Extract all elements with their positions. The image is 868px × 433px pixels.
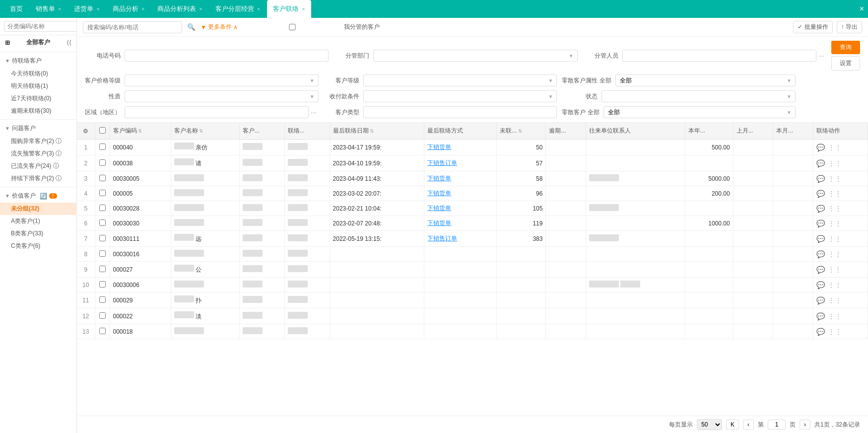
more-action-icon[interactable]: ⋮⋮ xyxy=(828,175,842,183)
next-page-button[interactable]: › xyxy=(800,420,810,430)
last-method-link[interactable]: 下销货单 xyxy=(427,144,451,150)
row-check[interactable] xyxy=(99,235,106,241)
th-last-method[interactable]: 最后联络方式 xyxy=(424,123,497,140)
tab-customer-tier[interactable]: 客户分层经营 × xyxy=(209,0,266,18)
cust-grade-select[interactable] xyxy=(363,74,557,86)
tab-customer-contact[interactable]: 客户联络 × xyxy=(267,0,311,18)
retail-attr-select[interactable]: 全部 xyxy=(615,74,796,86)
close-all-button[interactable]: × xyxy=(860,4,864,13)
row-checkbox[interactable] xyxy=(95,292,110,308)
sidebar-group-value[interactable]: ▼ 价值客户 🔄 ! xyxy=(0,189,76,203)
row-checkbox[interactable] xyxy=(95,201,110,216)
row-checkbox[interactable] xyxy=(95,155,110,171)
reset-button[interactable]: 设置 xyxy=(831,56,860,71)
th-code[interactable]: 客户编码 xyxy=(110,123,171,140)
row-check[interactable] xyxy=(99,219,106,226)
message-icon[interactable]: 💬 xyxy=(816,312,825,320)
sidebar-item-warning[interactable]: 流失预警客户(3) ⓘ xyxy=(0,147,76,160)
th-partner[interactable]: 往来单位联系人 xyxy=(586,123,685,140)
region-dots-button[interactable]: ··· xyxy=(309,108,319,116)
th-this-month[interactable]: 本月... xyxy=(773,123,813,140)
row-check[interactable] xyxy=(99,281,106,288)
status-select[interactable] xyxy=(601,90,796,102)
manager-dots-button[interactable]: ··· xyxy=(816,52,826,60)
tab-product-analysis-list[interactable]: 商品分析列表 × xyxy=(151,0,208,18)
tab-home[interactable]: 首页 xyxy=(4,0,29,18)
close-icon[interactable]: × xyxy=(141,6,144,12)
row-check[interactable] xyxy=(99,312,106,319)
export-button[interactable]: ↑ 导出 xyxy=(837,21,862,33)
last-method-link[interactable]: 下销货单 xyxy=(427,219,451,226)
sidebar-group-problem[interactable]: ▼ 问题客户 xyxy=(0,122,76,135)
more-conditions-button[interactable]: ▼ 更多条件 ∧ xyxy=(200,23,238,31)
search-input[interactable] xyxy=(83,21,182,33)
more-action-icon[interactable]: ⋮⋮ xyxy=(828,219,842,227)
payment-select[interactable] xyxy=(363,90,557,102)
row-checkbox[interactable] xyxy=(95,308,110,324)
message-icon[interactable]: 💬 xyxy=(816,159,825,167)
message-icon[interactable]: 💬 xyxy=(816,235,825,243)
sidebar-item-7days[interactable]: 近7天待联络(0) xyxy=(0,92,76,105)
message-icon[interactable]: 💬 xyxy=(816,205,825,213)
sidebar-item-class-a[interactable]: A类客户(1) xyxy=(0,215,76,227)
row-checkbox[interactable] xyxy=(95,216,110,231)
more-action-icon[interactable]: ⋮⋮ xyxy=(828,190,842,198)
more-action-icon[interactable]: ⋮⋮ xyxy=(828,296,842,304)
close-icon[interactable]: × xyxy=(302,6,305,12)
row-checkbox[interactable] xyxy=(95,231,110,247)
collapse-icon[interactable]: ⟨⟨ xyxy=(67,39,71,46)
more-action-icon[interactable]: ⋮⋮ xyxy=(828,312,842,320)
last-method-link[interactable]: 下销售订单 xyxy=(427,235,457,242)
row-checkbox[interactable] xyxy=(95,140,110,155)
row-checkbox[interactable] xyxy=(95,324,110,339)
th-overdue[interactable]: 逾期... xyxy=(546,123,586,140)
sidebar-item-lost[interactable]: 已流失客户(24) ⓘ xyxy=(0,160,76,172)
manager-input[interactable] xyxy=(622,50,817,62)
th-last-date[interactable]: 最后联络日期 xyxy=(330,123,424,140)
phone-input[interactable] xyxy=(125,50,329,62)
sidebar-item-class-c[interactable]: C类客户(6) xyxy=(0,240,76,252)
sidebar-item-class-b[interactable]: B类客户(33) xyxy=(0,227,76,240)
row-checkbox[interactable] xyxy=(95,171,110,186)
cust-type-input[interactable] xyxy=(363,106,557,118)
sidebar-item-hoarding[interactable]: 囤购异常客户(2) ⓘ xyxy=(0,135,76,147)
message-icon[interactable]: 💬 xyxy=(816,250,825,258)
category-search-input[interactable] xyxy=(4,21,77,32)
row-check[interactable] xyxy=(99,175,106,181)
tab-sales[interactable]: 销售单 × xyxy=(30,0,67,18)
filter-search-button[interactable]: 🔍 xyxy=(187,23,196,31)
close-icon[interactable]: × xyxy=(96,6,99,12)
row-checkbox[interactable] xyxy=(95,186,110,201)
row-check[interactable] xyxy=(99,250,106,257)
message-icon[interactable]: 💬 xyxy=(816,281,825,289)
th-last-month[interactable]: 上月... xyxy=(733,123,773,140)
retail-cust-select[interactable]: 全部 xyxy=(603,106,796,118)
row-check[interactable] xyxy=(99,159,106,166)
message-icon[interactable]: 💬 xyxy=(816,266,825,274)
nature-select[interactable] xyxy=(125,90,319,102)
row-check[interactable] xyxy=(99,144,106,150)
message-icon[interactable]: 💬 xyxy=(816,144,825,151)
prev-page-button[interactable]: ‹ xyxy=(743,420,754,430)
per-page-select[interactable]: 50 100 xyxy=(697,419,722,430)
query-button[interactable]: 查询 xyxy=(831,41,860,54)
more-action-icon[interactable]: ⋮⋮ xyxy=(828,159,842,167)
first-page-button[interactable]: K xyxy=(726,420,739,430)
sidebar-item-overdue[interactable]: 逾期未联络(30) xyxy=(0,105,76,117)
select-all-checkbox[interactable] xyxy=(99,127,106,134)
th-name[interactable]: 客户名称 xyxy=(171,123,239,140)
row-check[interactable] xyxy=(99,328,106,334)
row-check[interactable] xyxy=(99,205,106,211)
sidebar-group-pending[interactable]: ▼ 待联络客户 xyxy=(0,54,76,68)
sidebar-item-today[interactable]: 今天待联络(0) xyxy=(0,68,76,80)
tab-product-analysis[interactable]: 商品分析 × xyxy=(107,0,150,18)
th-this-year[interactable]: 本年... xyxy=(685,123,733,140)
th-contact[interactable]: 联络... xyxy=(284,123,330,140)
refresh-icon[interactable]: 🔄 xyxy=(40,193,47,200)
more-action-icon[interactable]: ⋮⋮ xyxy=(828,235,842,243)
region-input[interactable] xyxy=(125,106,309,118)
price-grade-select[interactable] xyxy=(125,74,319,86)
sidebar-all-customers[interactable]: ⊞ 全部客户 ⟨⟨ xyxy=(0,35,76,50)
row-checkbox[interactable] xyxy=(95,247,110,262)
message-icon[interactable]: 💬 xyxy=(816,328,825,336)
